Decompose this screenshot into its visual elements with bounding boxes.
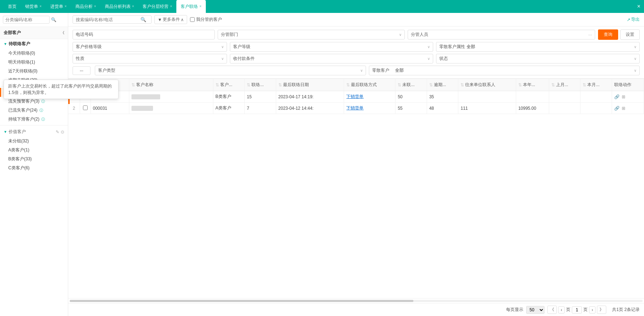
nav-customer-layered[interactable]: 客户分层经营 × — [138, 0, 176, 13]
row-1-last-method[interactable]: 下销货单 — [344, 91, 395, 103]
filter-retail-customer[interactable]: 零散客户 全部 ∨ — [369, 66, 640, 75]
value-group-icons: ✎ ⊙ — [56, 129, 64, 135]
col-contact-count: ⇅ 联络... — [245, 79, 276, 91]
filter-status[interactable]: 状态 ∨ — [436, 54, 640, 63]
table-row: 1 000039 B类客户 15 2023-04-17 14:19: 下销货单 … — [68, 91, 644, 103]
global-close-button[interactable]: × — [637, 3, 640, 10]
row-2-link-icon[interactable]: 🔗 — [614, 106, 620, 111]
sidebar-item-churned[interactable]: 已流失客户(24) ⓘ — [0, 106, 68, 115]
sidebar-item-today[interactable]: 今天待联络(0) — [0, 49, 68, 58]
per-page-select[interactable]: 50 100 200 — [526, 306, 545, 314]
sidebar-collapse-icon[interactable]: 《 — [61, 30, 64, 36]
sidebar-item-ungroup[interactable]: 未分组(32) — [0, 137, 68, 146]
person-ellipsis[interactable]: ··· — [588, 32, 592, 37]
col-person-sort[interactable]: ⇅ — [460, 82, 464, 88]
col-date-sort[interactable]: ⇅ — [278, 82, 282, 88]
row-1-last-month — [549, 91, 580, 103]
all-customers-label: 全部客户 — [4, 30, 21, 36]
row-1-link-icon[interactable]: 🔗 — [614, 94, 620, 99]
col-contact-count-sort[interactable]: ⇅ — [247, 82, 250, 88]
sidebar-search-icon[interactable]: 🔍 — [51, 17, 56, 22]
col-name-sort[interactable]: ⇅ — [131, 82, 135, 88]
more-conditions-btn[interactable]: ▼ 更多条件 ∧ — [154, 15, 187, 24]
horizontal-scrollbar[interactable] — [68, 298, 644, 303]
col-this-month-sort[interactable]: ⇅ — [583, 82, 586, 88]
next-page-btn[interactable]: › — [589, 306, 596, 313]
sidebar-item-b-class[interactable]: B类客户(33) — [0, 155, 68, 164]
all-customers-title: 全部客户 《 — [0, 27, 68, 39]
filter-phone: 电话号码 — [73, 30, 215, 39]
action-buttons: 查询 设置 — [598, 29, 640, 40]
pending-group-arrow: ▼ — [4, 42, 7, 46]
row-2-num: 2 — [68, 103, 80, 114]
sidebar-group-pending[interactable]: ▼ 待联络客户 — [0, 39, 68, 49]
nav-product-analysis-close[interactable]: × — [94, 0, 96, 13]
value-group-label: 价值客户 — [9, 129, 26, 135]
sidebar-item-c-class[interactable]: C类客户(6) — [0, 164, 68, 173]
filter-more-btn[interactable]: ··· — [73, 66, 91, 75]
query-button[interactable]: 查询 — [598, 29, 618, 40]
nav-customer-contact-close[interactable]: × — [199, 0, 201, 13]
nav-home[interactable]: 首页 — [4, 0, 21, 13]
filter-price-level[interactable]: 客户价格等级 ∨ — [73, 42, 227, 52]
row-2-name — [129, 103, 213, 114]
sidebar-value-group[interactable]: ▼ 价值客户 ✎ ⊙ — [0, 127, 68, 137]
scrollbar-thumb[interactable] — [70, 300, 413, 302]
row-1-this-month — [580, 91, 612, 103]
nav-product-analysis-list-close[interactable]: × — [132, 0, 134, 13]
row-2-last-method[interactable]: 下销货单 — [344, 103, 395, 114]
sidebar-item-a-class[interactable]: A类客户(1) — [0, 146, 68, 155]
current-page-input[interactable] — [572, 306, 582, 313]
filter-dept[interactable]: 分管部门 ∨ — [218, 30, 405, 39]
col-level-label: 客户... — [220, 82, 232, 88]
my-customers-checkbox[interactable] — [190, 17, 195, 22]
more-conditions-arrow: ∧ — [181, 17, 184, 22]
filter-customer-type[interactable]: 客户类型 ∨ — [95, 66, 366, 75]
sidebar-search-input[interactable] — [3, 16, 50, 24]
nav-purchase[interactable]: 进货单 × — [46, 0, 71, 13]
nav-customer-contact[interactable]: 客户联络 × — [176, 0, 206, 13]
filter-bar: 🔍 ▼ 更多条件 ∧ 我分管的客户 ↗ 导出 — [68, 13, 644, 27]
export-button[interactable]: ↗ 导出 — [627, 16, 640, 23]
last-page-btn[interactable]: 》 — [597, 306, 606, 314]
row-1-grid-icon[interactable]: ⊞ — [622, 94, 625, 99]
row-2-select[interactable] — [83, 105, 88, 110]
row-1-name-blurred — [131, 94, 160, 99]
nav-purchase-close[interactable]: × — [65, 0, 67, 13]
col-level-sort[interactable]: ⇅ — [216, 82, 219, 88]
col-this-year-sort[interactable]: ⇅ — [518, 82, 522, 88]
col-contact-count-label: 联络... — [251, 82, 264, 88]
row-2-grid-icon[interactable]: ⊞ — [622, 106, 625, 111]
filter-payment[interactable]: 收付款条件 ∨ — [230, 54, 434, 63]
first-page-btn[interactable]: 《 — [547, 306, 557, 314]
search-icon[interactable]: 🔍 — [140, 17, 146, 22]
col-uncontacted-sort[interactable]: ⇅ — [398, 82, 401, 88]
col-overdue-sort[interactable]: ⇅ — [429, 82, 433, 88]
nav-sales-close[interactable]: × — [40, 0, 42, 13]
filter-customer-level[interactable]: 客户等级 ∨ — [230, 42, 434, 52]
declining-icon: ⓘ — [41, 117, 45, 121]
nav-product-analysis-list[interactable]: 商品分析列表 × — [101, 0, 139, 13]
setting-button[interactable]: 设置 — [620, 29, 640, 40]
sidebar-item-declining[interactable]: 持续下滑客户(2) ⓘ — [0, 115, 68, 124]
filter-person[interactable]: 分管人员 ··· — [408, 30, 595, 39]
nav-sales[interactable]: 销货单 × — [21, 0, 46, 13]
nav-home-label: 首页 — [8, 0, 17, 13]
prev-page-btn[interactable]: ‹ — [558, 306, 565, 313]
main-layout: 🔍 全部客户 《 ▼ 待联络客户 今天待联络(0) 明天待联络(1) 近7天待联… — [0, 13, 644, 316]
sidebar-item-7days[interactable]: 近7天待联络(0) — [0, 67, 68, 76]
nav-customer-layered-close[interactable]: × — [170, 0, 172, 13]
value-group-edit-icon[interactable]: ✎ — [56, 129, 59, 135]
scrollbar-track[interactable] — [70, 300, 643, 302]
my-customers-label: 我分管的客户 — [196, 16, 222, 23]
col-method-label: 最后联络方式 — [351, 82, 377, 88]
search-input[interactable] — [76, 17, 140, 22]
nav-product-analysis[interactable]: 商品分析 × — [71, 0, 101, 13]
col-method-sort[interactable]: ⇅ — [346, 82, 350, 88]
col-last-month-sort[interactable]: ⇅ — [551, 82, 555, 88]
value-group-settings-icon[interactable]: ⊙ — [61, 129, 64, 135]
sidebar-item-tomorrow[interactable]: 明天待联络(1) — [0, 58, 68, 67]
filter-retail-attr[interactable]: 零散客户属性 全部 ∨ — [436, 42, 640, 52]
my-customers-filter: 我分管的客户 — [190, 16, 222, 23]
filter-nature[interactable]: 性质 ∨ — [73, 54, 227, 63]
